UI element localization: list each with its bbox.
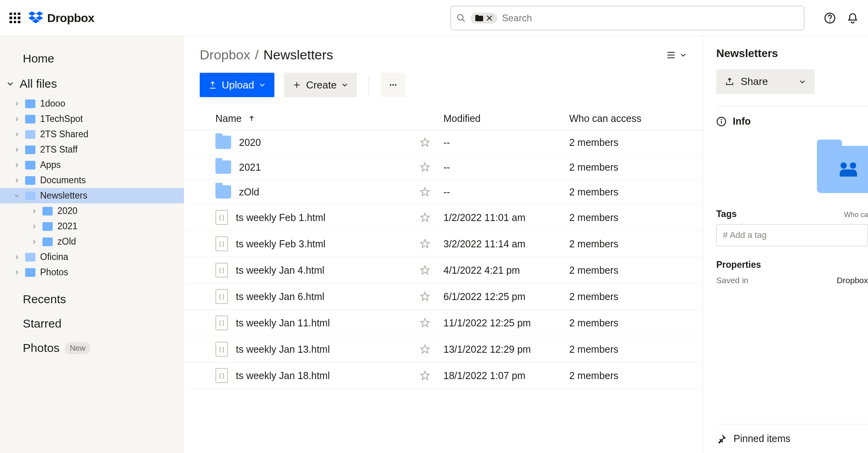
sidebar-item-2ts-shared[interactable]: 2TS Shared xyxy=(0,127,184,142)
folder-icon xyxy=(215,185,231,199)
tree-item-label: 2TS Shared xyxy=(40,129,88,140)
breadcrumb: Dropbox / Newsletters xyxy=(200,47,333,63)
sidebar-item-newsletters[interactable]: Newsletters xyxy=(0,188,184,203)
upload-icon xyxy=(208,81,217,89)
chevron-icon xyxy=(13,269,20,276)
svg-line-1 xyxy=(462,19,465,22)
star-icon[interactable] xyxy=(420,344,430,354)
col-header-modified[interactable]: Modified xyxy=(443,113,569,124)
breadcrumb-current: Newsletters xyxy=(263,47,333,63)
sidebar-tree: 1dooo1TechSpot2TS Shared2TS StaffAppsDoc… xyxy=(0,96,184,280)
file-modified: 18/1/2022 1:07 pm xyxy=(443,370,569,381)
file-modified: 3/2/2022 11:14 am xyxy=(443,238,569,250)
sidebar-item-2020[interactable]: 2020 xyxy=(0,203,184,219)
sidebar-item-photos[interactable]: Photos xyxy=(0,265,184,280)
share-button[interactable]: Share xyxy=(716,69,815,94)
tag-input[interactable]: # Add a tag xyxy=(716,224,868,246)
table-row[interactable]: { }ts weekly Jan 18.html 18/1/2022 1:07 … xyxy=(184,363,702,389)
folder-icon xyxy=(25,99,35,108)
star-icon[interactable] xyxy=(420,137,430,147)
col-header-access[interactable]: Who can access xyxy=(569,113,702,124)
sidebar-item-1techspot[interactable]: 1TechSpot xyxy=(0,111,184,127)
file-access: 2 members xyxy=(569,265,702,276)
search-input[interactable] xyxy=(502,13,798,24)
details-panel: Newsletters Share Info Tags Wh xyxy=(703,36,868,453)
breadcrumb-root[interactable]: Dropbox xyxy=(200,47,250,63)
folder-icon xyxy=(25,145,35,154)
table-row[interactable]: { }ts weekly Feb 1.html 1/2/2022 11:01 a… xyxy=(184,204,702,231)
help-icon[interactable] xyxy=(824,12,836,24)
sidebar-item-documents[interactable]: Documents xyxy=(0,173,184,188)
search-box[interactable] xyxy=(451,6,804,30)
apps-grid-icon[interactable] xyxy=(9,13,20,24)
brand-logo[interactable]: Dropbox xyxy=(28,11,94,26)
table-row[interactable]: zOld -- 2 members xyxy=(184,180,702,204)
star-icon[interactable] xyxy=(420,291,430,302)
sidebar-home[interactable]: Home xyxy=(0,46,184,72)
star-icon[interactable] xyxy=(420,239,430,249)
file-access: 2 members xyxy=(569,137,702,148)
search-folder-chip[interactable] xyxy=(471,13,497,24)
pinned-items-bar[interactable]: Pinned items xyxy=(716,424,868,453)
sidebar-item-2ts-staff[interactable]: 2TS Staff xyxy=(0,142,184,157)
properties-label: Properties xyxy=(716,260,868,270)
file-access: 2 members xyxy=(569,344,702,355)
table-row[interactable]: 2020 -- 2 members xyxy=(184,130,702,155)
chip-clear-icon[interactable] xyxy=(486,15,493,21)
table-row[interactable]: { }ts weekly Jan 11.html 11/1/2022 12:25… xyxy=(184,310,702,336)
html-file-icon: { } xyxy=(215,289,228,304)
file-modified: 1/2/2022 11:01 am xyxy=(443,212,569,223)
chevron-icon xyxy=(13,162,20,169)
svg-point-0 xyxy=(458,15,463,20)
file-modified: -- xyxy=(443,186,569,198)
sidebar-photos[interactable]: Photos New xyxy=(0,336,184,360)
file-modified: 11/1/2022 12:25 pm xyxy=(443,317,569,329)
create-button[interactable]: Create xyxy=(284,73,357,97)
info-header[interactable]: Info xyxy=(716,106,868,127)
overflow-menu-button[interactable] xyxy=(381,73,405,97)
table-row[interactable]: { }ts weekly Jan 4.html 4/1/2022 4:21 pm… xyxy=(184,257,702,284)
svg-point-13 xyxy=(395,84,397,86)
bell-icon[interactable] xyxy=(847,12,859,24)
brand-name: Dropbox xyxy=(47,11,94,25)
sidebar: Home All files 1dooo1TechSpot2TS Shared2… xyxy=(0,36,184,453)
col-header-name[interactable]: Name xyxy=(215,113,420,124)
chevron-icon xyxy=(31,238,38,245)
file-name: 2021 xyxy=(239,162,261,173)
chevron-down-icon xyxy=(6,80,14,88)
sidebar-item-oficina[interactable]: Oficina xyxy=(0,249,184,265)
table-row[interactable]: 2021 -- 2 members xyxy=(184,155,702,180)
table-row[interactable]: { }ts weekly Jan 13.html 13/1/2022 12:29… xyxy=(184,336,702,363)
star-icon[interactable] xyxy=(420,370,430,381)
chevron-down-icon xyxy=(680,52,687,59)
tree-item-label: 1dooo xyxy=(40,98,65,109)
html-file-icon: { } xyxy=(215,368,228,383)
star-icon[interactable] xyxy=(420,187,430,197)
tree-item-label: Apps xyxy=(40,160,61,170)
sidebar-item-2021[interactable]: 2021 xyxy=(0,219,184,234)
tree-item-label: Documents xyxy=(40,175,86,186)
dropbox-logo-icon xyxy=(28,11,43,26)
star-icon[interactable] xyxy=(420,265,430,275)
sidebar-item-zold[interactable]: zOld xyxy=(0,234,184,249)
sidebar-item-apps[interactable]: Apps xyxy=(0,157,184,173)
upload-button[interactable]: Upload xyxy=(200,73,274,97)
list-view-icon xyxy=(666,50,676,60)
all-files-label: All files xyxy=(20,77,57,90)
star-icon[interactable] xyxy=(420,318,430,328)
star-icon[interactable] xyxy=(420,212,430,223)
table-row[interactable]: { }ts weekly Jan 6.html 6/1/2022 12:25 p… xyxy=(184,284,702,310)
folder-icon xyxy=(25,192,35,200)
star-icon[interactable] xyxy=(420,162,430,172)
sidebar-starred[interactable]: Starred xyxy=(0,311,184,336)
folder-icon xyxy=(25,268,35,277)
sidebar-recents[interactable]: Recents xyxy=(0,287,184,311)
svg-marker-17 xyxy=(421,188,429,196)
html-file-icon: { } xyxy=(215,315,228,330)
sidebar-all-files[interactable]: All files xyxy=(0,72,184,96)
view-toggle-button[interactable] xyxy=(666,50,687,60)
svg-marker-23 xyxy=(421,345,429,353)
table-row[interactable]: { }ts weekly Feb 3.html 3/2/2022 11:14 a… xyxy=(184,231,702,257)
sidebar-item-1dooo[interactable]: 1dooo xyxy=(0,96,184,111)
svg-point-5 xyxy=(829,20,831,22)
